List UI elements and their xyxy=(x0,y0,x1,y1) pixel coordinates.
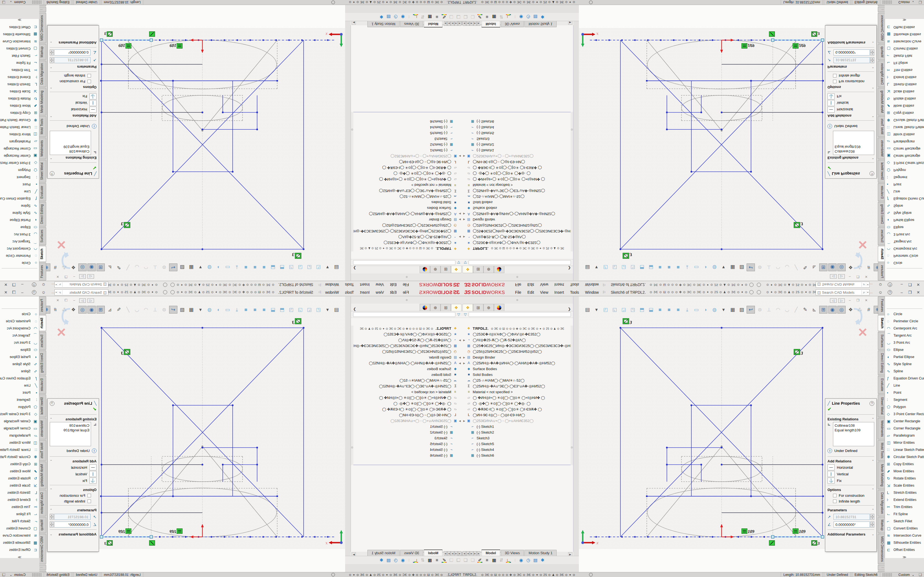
tool-partial-ellipse[interactable]: ◖Partial Ellipse xyxy=(885,353,924,361)
gear-icon[interactable]: ✱ xyxy=(539,558,546,563)
command-tab-mesh-modeling[interactable]: Mesh Modeling xyxy=(39,462,46,489)
gear-icon[interactable]: ✱ xyxy=(378,14,385,19)
relations-list[interactable]: Collinear108Equal length109 xyxy=(833,422,874,446)
hatch-table-icon[interactable]: ▦ xyxy=(426,14,433,19)
clock-blue-icon[interactable]: ◷ xyxy=(392,558,399,563)
parameter-value[interactable]: 10.88152731 xyxy=(834,514,870,520)
spinner[interactable]: ▲▼ xyxy=(871,514,874,520)
parameter-value[interactable]: 10.88152731 xyxy=(834,57,870,63)
tool-fit-spline[interactable]: ⌙Fit Spline xyxy=(885,60,924,66)
pin-icon[interactable]: ⚐ xyxy=(602,290,606,295)
command-tab-sketch[interactable]: Sketch xyxy=(878,315,885,331)
tool-move-entities[interactable]: ⬈Move Entities xyxy=(0,102,39,110)
command-tab-surfaces[interactable]: Surfaces xyxy=(39,227,46,245)
tree-item[interactable]: ⌐Sketch3 xyxy=(462,435,571,441)
panel-grip[interactable] xyxy=(462,273,573,280)
tool-ellipse[interactable]: ⬭Ellipse xyxy=(885,224,924,231)
relation-entry[interactable]: Equal length109 xyxy=(52,145,89,149)
tree-item[interactable]: ▱◯ ✤ИН◎ℓ+◯ ✳⊙[◯◦◯]⊙✳ ◯+ℓ◎НИ✤ ◯ xyxy=(462,395,571,401)
tool-center-rectangle[interactable]: ▣Center Rectangle xyxy=(885,417,924,425)
tool-spline[interactable]: ∿Spline xyxy=(885,202,924,210)
tool-intersection-curve[interactable]: ≋Intersection Curve xyxy=(0,532,39,539)
hatch-table-icon[interactable]: ▦ xyxy=(491,14,498,19)
line-thickness-icon[interactable]: ≡ xyxy=(483,558,491,563)
relations-list[interactable]: Collinear108Equal length109 xyxy=(50,422,91,446)
tree-item[interactable]: ◆Surface Bodies xyxy=(353,366,462,372)
axes-rainbow-icon[interactable]: ∟ xyxy=(505,558,512,563)
command-tab-sketch[interactable]: Sketch xyxy=(39,315,46,331)
status-corner-icon[interactable]: ❏ xyxy=(919,0,922,5)
tree-item[interactable]: ▦◯25✤3Є25◯ИН◎◦✤ЭСЗЄИЗЄ25◯◦◯25ЄЗИЄЗСЭ✤◦◎Н… xyxy=(462,228,571,234)
close-button[interactable]: ✕ xyxy=(2,282,10,287)
tool-convert-entities[interactable]: ▢Convert Entities xyxy=(0,45,39,52)
restore-button[interactable]: ❒ xyxy=(906,282,914,287)
fix-relation-button[interactable]: ⚓Fix xyxy=(825,477,876,484)
tree-item[interactable]: ⌐(-) Sketch1 xyxy=(462,148,571,153)
tool-linear-sketch-pattern[interactable]: ∷Linear Sketch Pattern xyxy=(885,124,924,131)
tree-item[interactable]: ▱◯ ·◎✤◯ ✳⊙[◯◦◯]⊙✳ ◯✤◎· ◯ xyxy=(462,171,571,176)
tool-mirror-entities[interactable]: ◫Mirror Entities xyxy=(0,439,39,446)
command-tab-markup[interactable]: Markup xyxy=(39,517,46,533)
tool-sketch-fillet[interactable]: ⌐Sketch Fillet xyxy=(0,52,39,60)
menu-window[interactable]: Window xyxy=(582,282,602,288)
tool-equation-driven-curve[interactable]: ƒEquation Driven Curve xyxy=(885,195,924,202)
tab-nav-button[interactable]: ◀ xyxy=(454,21,458,26)
title-circle-icon[interactable] xyxy=(171,283,174,287)
vertical-relation-button[interactable]: ❘Vertical xyxy=(825,471,876,477)
menu-view[interactable]: View xyxy=(537,282,551,288)
tab-nav-button[interactable]: ◀ xyxy=(458,21,462,26)
tree-item[interactable]: ★◯253Є✤◦ℓ◎ѴАΦ◯◦◯ΦАѴ◎ℓ◦✤Є352◯ xyxy=(353,331,462,337)
tool-perimeter-circle[interactable]: ◌Perimeter Circle xyxy=(885,318,924,325)
fix-relation-button[interactable]: ⚓Fix xyxy=(48,477,99,484)
confirmation-corner[interactable] xyxy=(58,242,70,268)
angle-parameter-field[interactable]: ∠0.00000000°▲▼ xyxy=(48,48,99,56)
help-icon[interactable]: ? xyxy=(888,290,892,295)
menu-tools[interactable]: Tools xyxy=(567,282,582,288)
tree-item[interactable]: ☁◯25·∩✳ℓАМ◯◦◯МАℓ✳∩·52◯ xyxy=(353,194,462,200)
search-cad-models[interactable]: ◫ ⌕ ▾ xyxy=(816,282,869,288)
tool-scale-entities[interactable]: ⇲Scale Entities xyxy=(885,88,924,95)
tool-linear-sketch-pattern[interactable]: ∷Linear Sketch Pattern xyxy=(885,446,924,453)
tree-item[interactable]: ⌐(-) Sketch5 xyxy=(353,130,462,136)
tree-item[interactable]: ▱◯ ✤Ѫ9Є◦ℓ◯ ✳⊙[◯◦◯]⊙✳ ◯ℓ◦Є9Ѫ✤ ◯ xyxy=(462,406,571,412)
restore-button[interactable]: ❒ xyxy=(10,282,18,287)
tab-3d-views[interactable]: 3D Views xyxy=(400,21,423,27)
tool-circle[interactable]: ○Circle xyxy=(0,311,39,318)
menu-view[interactable]: View xyxy=(537,289,551,296)
tool-3-point-arc[interactable]: ◡3 Point Arc xyxy=(0,339,39,346)
panel-expand-icon[interactable]: ❯ xyxy=(353,307,356,311)
tool-corner-rectangle[interactable]: ▭Corner Rectangle xyxy=(885,145,924,152)
tab-nav-button[interactable]: ▶ xyxy=(470,551,473,556)
minimize-button[interactable]: – xyxy=(18,282,26,287)
menu-window[interactable]: Window xyxy=(582,289,602,296)
tool-sketch-fillet[interactable]: ⌐Sketch Fillet xyxy=(885,52,924,60)
featuremanager-tree-tab[interactable]: ❖ xyxy=(462,266,473,273)
tool-ellipse[interactable]: ⬭Ellipse xyxy=(0,346,39,353)
tool-style-spline[interactable]: ∿Style Spline xyxy=(0,361,39,367)
command-tab-features[interactable]: Features xyxy=(39,263,46,280)
tree-item[interactable]: ⌐(-) Sketch4 xyxy=(462,124,571,130)
tool-circle[interactable]: ○Circle xyxy=(885,259,924,266)
tool-move-entities[interactable]: ⬈Move Entities xyxy=(885,467,924,475)
filter-input[interactable] xyxy=(468,312,571,317)
line-thickness-icon[interactable]: ≡ xyxy=(483,15,491,19)
tree-item[interactable]: ⌐(-) Sketch1 xyxy=(353,424,462,429)
tool-circular-sketch-pattern[interactable]: ❃Circular Sketch Pattern xyxy=(885,116,924,124)
tree-item[interactable]: ■Solid Bodies xyxy=(462,200,571,205)
tree-item[interactable]: ▶◔◯Λℓ◎✤25◦Ѫ◯◦◯Ѫ◦52✤◎ℓΛ◯ xyxy=(462,234,571,240)
relation-entry[interactable]: Equal length109 xyxy=(52,428,89,432)
tool-segment[interactable]: ∶Segment xyxy=(0,396,39,403)
command-tab-mold-tools[interactable]: Mold Tools xyxy=(878,116,885,137)
tool-line[interactable]: ╱Line xyxy=(885,382,924,389)
tool-circular-sketch-pattern[interactable]: ❃Circular Sketch Pattern xyxy=(0,116,39,124)
option-infinite-length[interactable]: Infinite length xyxy=(825,73,876,79)
tool-stretch-entities[interactable]: ⅬStretch Entities xyxy=(0,489,39,496)
parameter-value[interactable]: 0.00000000° xyxy=(834,50,870,55)
more-tools-icon[interactable]: ≫ xyxy=(885,18,924,22)
tree-item[interactable]: ▦(-) Sketch6 xyxy=(353,453,462,458)
tab-nav-button[interactable]: ▶ xyxy=(444,551,447,556)
search-icon[interactable]: ⌕ xyxy=(58,282,62,287)
propertymanager-tab[interactable]: ⊞ xyxy=(473,304,483,311)
status-custom-dropdown[interactable]: Custom▴ xyxy=(8,573,28,577)
tree-root-item[interactable]: ❖ TЯPDL2. ⊙ ЗЄ ⊙ Ш ⊙ ⊙ ⊙ ✤ ⊙ ЭС ⊙ ЗЄ ⊙ ✦… xyxy=(353,326,462,331)
